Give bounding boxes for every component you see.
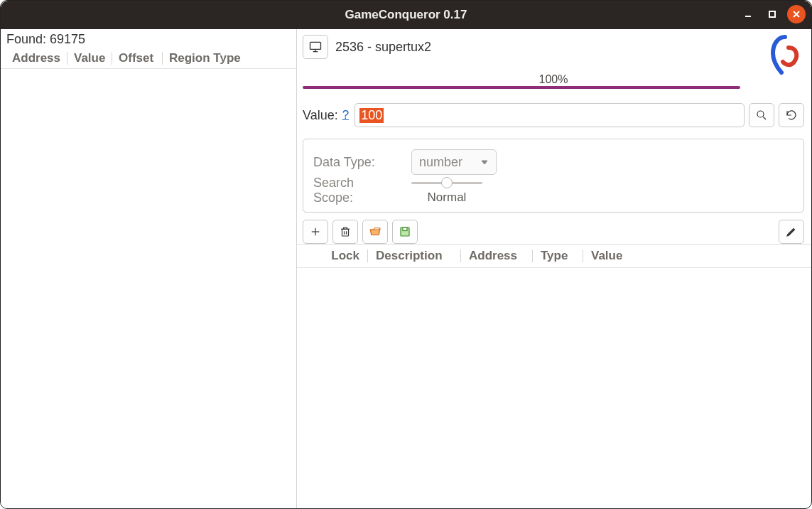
maximize-button[interactable] — [763, 5, 781, 23]
col-type[interactable]: Type — [536, 247, 579, 264]
search-icon — [755, 109, 768, 122]
svg-point-7 — [757, 111, 764, 117]
search-scope-label: Search Scope: — [313, 176, 397, 205]
value-help-link[interactable]: ? — [342, 108, 349, 122]
progress-bar — [303, 86, 740, 89]
col-offset[interactable]: Offset — [114, 50, 160, 67]
cheat-list-toolbar — [303, 220, 804, 244]
col-value2[interactable]: Value — [587, 247, 811, 264]
process-label: 2536 - supertux2 — [335, 40, 431, 55]
search-button[interactable] — [749, 103, 774, 127]
progress-percent: 100% — [303, 73, 804, 86]
memory-editor-button[interactable] — [779, 220, 804, 244]
svg-rect-4 — [310, 42, 321, 49]
search-scope-slider[interactable] — [411, 176, 482, 189]
title-bar: GameConqueror 0.17 — [1, 1, 811, 29]
cheat-list-header: Lock Description Address Type Value — [297, 244, 811, 268]
refresh-icon — [785, 109, 798, 122]
add-button[interactable] — [303, 220, 328, 244]
trash-icon — [339, 225, 352, 238]
value-label: Value: — [303, 108, 338, 123]
col-value[interactable]: Value — [70, 50, 109, 67]
select-process-button[interactable] — [303, 35, 328, 59]
save-button[interactable] — [392, 220, 418, 244]
scan-results-header: Address Value Offset Region Type — [1, 48, 296, 69]
window-controls — [739, 5, 806, 23]
data-type-select[interactable]: number — [411, 149, 497, 175]
minimize-button[interactable] — [739, 5, 757, 23]
scan-results-panel: Found: 69175 Address Value Offset Region… — [1, 29, 297, 508]
col-description[interactable]: Description — [372, 247, 457, 264]
svg-rect-17 — [403, 227, 407, 231]
col-address2[interactable]: Address — [465, 247, 529, 264]
monitor-icon — [308, 40, 323, 54]
svg-rect-12 — [342, 229, 349, 236]
svg-line-8 — [763, 117, 766, 119]
col-region-type[interactable]: Region Type — [165, 50, 296, 67]
found-count-label: Found: 69175 — [1, 29, 296, 48]
cheat-list[interactable] — [297, 268, 811, 508]
chevron-down-icon — [480, 158, 489, 166]
search-scope-value: Normal — [428, 191, 467, 205]
svg-marker-9 — [482, 161, 487, 164]
value-input[interactable]: 100 — [354, 103, 745, 127]
plus-icon — [309, 225, 322, 238]
pencil-icon — [785, 225, 798, 238]
svg-rect-1 — [769, 11, 775, 17]
scan-results-list[interactable] — [1, 69, 296, 508]
data-type-label: Data Type: — [313, 155, 397, 170]
open-button[interactable] — [362, 220, 388, 244]
app-logo — [767, 33, 803, 79]
reset-button[interactable] — [779, 103, 804, 127]
window-title: GameConqueror 0.17 — [345, 8, 467, 22]
folder-open-icon — [369, 225, 381, 238]
close-button[interactable] — [787, 5, 806, 23]
save-icon — [399, 225, 411, 238]
search-options: Data Type: number Search Scope: Normal — [303, 139, 804, 213]
search-panel: 2536 - supertux2 100% Value: ? 100 — [297, 29, 811, 508]
delete-button[interactable] — [332, 220, 358, 244]
col-address[interactable]: Address — [8, 50, 65, 67]
col-lock[interactable]: Lock — [314, 247, 364, 264]
